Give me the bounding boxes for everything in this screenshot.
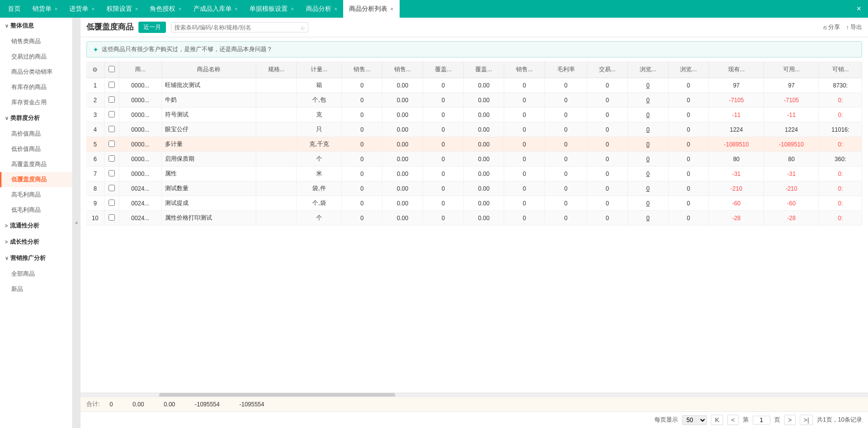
- nav-close-analysis-list[interactable]: ×: [390, 6, 393, 12]
- col-sales3[interactable]: 销售...: [504, 61, 545, 78]
- row-browse1[interactable]: 0: [627, 78, 668, 93]
- row-browse1[interactable]: 0: [627, 122, 668, 137]
- col-saleable[interactable]: 可销...: [819, 61, 862, 78]
- col-spec[interactable]: 规格...: [256, 61, 297, 78]
- sidebar-item-category-rate[interactable]: 商品分类动销率: [0, 64, 72, 80]
- col-code[interactable]: 商...: [119, 61, 162, 78]
- nav-role-auth[interactable]: 角色授权 ×: [144, 0, 187, 18]
- row-name: 符号测试: [162, 108, 256, 122]
- row-browse1[interactable]: 0: [627, 167, 668, 181]
- search-input[interactable]: [174, 24, 301, 31]
- sidebar-item-low-value[interactable]: 低价值商品: [0, 142, 72, 157]
- row-browse1[interactable]: 0: [627, 93, 668, 108]
- row-checkbox[interactable]: [108, 155, 115, 162]
- col-stock[interactable]: 现有...: [709, 61, 764, 78]
- row-checkbox[interactable]: [108, 214, 115, 221]
- select-all-checkbox[interactable]: [108, 66, 115, 72]
- sidebar-item-new-goods[interactable]: 新品: [0, 282, 72, 297]
- export-button[interactable]: ↑ 导出: [846, 23, 862, 31]
- col-name[interactable]: 商品名称: [162, 61, 256, 78]
- col-gross-rate[interactable]: 毛利率: [544, 61, 587, 78]
- row-check[interactable]: [104, 167, 119, 181]
- row-browse1[interactable]: 0: [627, 152, 668, 167]
- row-s3: 0: [504, 181, 545, 196]
- row-unit: 袋,件: [297, 181, 342, 196]
- nav-close-role[interactable]: ×: [178, 6, 181, 12]
- sidebar-item-high-value[interactable]: 高价值商品: [0, 126, 72, 142]
- sidebar-item-all-goods[interactable]: 全部商品: [0, 266, 72, 282]
- sidebar-item-inventory-funds[interactable]: 库存资金占用: [0, 95, 72, 110]
- row-browse1[interactable]: 0: [627, 181, 668, 196]
- row-check[interactable]: [104, 152, 119, 167]
- next-page-button[interactable]: >: [784, 415, 796, 425]
- col-sales2[interactable]: 销售...: [382, 61, 423, 78]
- row-checkbox[interactable]: [108, 111, 115, 117]
- row-checkbox[interactable]: [108, 200, 115, 206]
- time-filter-button[interactable]: 近一月: [138, 22, 166, 33]
- row-checkbox[interactable]: [108, 126, 115, 132]
- nav-analysis[interactable]: 商品分析 ×: [300, 0, 343, 18]
- nav-close-template[interactable]: ×: [291, 6, 294, 12]
- row-check[interactable]: [104, 78, 119, 93]
- col-unit[interactable]: 计量...: [297, 61, 342, 78]
- sidebar-item-high-margin[interactable]: 高毛利商品: [0, 187, 72, 202]
- col-coverage2[interactable]: 覆盖...: [463, 61, 504, 78]
- row-check[interactable]: [104, 181, 119, 196]
- sidebar-section-growth[interactable]: > 成长性分析: [0, 234, 72, 250]
- nav-template[interactable]: 单据模板设置 ×: [244, 0, 299, 18]
- sidebar-collapse-button[interactable]: «: [73, 18, 81, 428]
- nav-close-permissions[interactable]: ×: [135, 6, 138, 12]
- row-checkbox[interactable]: [108, 141, 115, 147]
- first-page-button[interactable]: K: [711, 415, 723, 425]
- nav-analysis-list[interactable]: 商品分析列表 ×: [343, 0, 399, 18]
- nav-home[interactable]: 首页: [2, 0, 27, 18]
- share-button[interactable]: ⎋ 分享: [823, 23, 840, 31]
- row-c2: 0.00: [463, 137, 504, 152]
- row-checkbox[interactable]: [108, 96, 115, 103]
- sidebar-section-group-analysis[interactable]: ∨ 类群度分析: [0, 110, 72, 126]
- nav-close-all-button[interactable]: ×: [852, 4, 866, 13]
- nav-permissions[interactable]: 权限设置 ×: [101, 0, 144, 18]
- horizontal-scrollbar[interactable]: [81, 393, 868, 397]
- per-page-select[interactable]: 50 20 100 200: [682, 415, 707, 425]
- col-trade[interactable]: 交易...: [587, 61, 628, 78]
- row-checkbox[interactable]: [108, 170, 115, 176]
- nav-sales[interactable]: 销货单 ×: [27, 0, 63, 18]
- col-browse1[interactable]: 浏览...: [627, 61, 668, 78]
- sidebar-item-traded-goods[interactable]: 交易过的商品: [0, 49, 72, 64]
- sidebar-item-high-coverage[interactable]: 高覆盖度商品: [0, 157, 72, 172]
- row-check[interactable]: [104, 93, 119, 108]
- page-number-input[interactable]: [753, 416, 770, 425]
- row-check[interactable]: [104, 196, 119, 211]
- row-browse1[interactable]: 0: [627, 137, 668, 152]
- row-checkbox[interactable]: [108, 185, 115, 191]
- nav-close-purchase[interactable]: ×: [91, 6, 94, 12]
- sidebar-section-liquidity[interactable]: > 流通性分析: [0, 218, 72, 234]
- row-check[interactable]: [104, 122, 119, 137]
- col-coverage1[interactable]: 覆盖...: [423, 61, 463, 78]
- row-browse1[interactable]: 0: [627, 108, 668, 122]
- row-browse1[interactable]: 0: [627, 211, 668, 226]
- row-check[interactable]: [104, 108, 119, 122]
- last-page-button[interactable]: >|: [800, 415, 813, 425]
- sidebar-section-marketing[interactable]: ∨ 营销推广分析: [0, 250, 72, 266]
- nav-purchase[interactable]: 进货单 ×: [63, 0, 100, 18]
- nav-close-sales[interactable]: ×: [54, 6, 57, 12]
- sidebar-section-overview[interactable]: ∨ 整体信息: [0, 18, 72, 34]
- nav-close-production[interactable]: ×: [235, 6, 238, 12]
- sidebar-item-in-stock[interactable]: 有库存的商品: [0, 80, 72, 95]
- prev-page-button[interactable]: <: [727, 415, 739, 425]
- sidebar-item-sales-goods[interactable]: 销售类商品: [0, 34, 72, 49]
- row-check[interactable]: [104, 137, 119, 152]
- col-available[interactable]: 可用...: [764, 61, 819, 78]
- nav-production[interactable]: 产成品入库单 ×: [188, 0, 244, 18]
- col-sales1[interactable]: 销售...: [342, 61, 382, 78]
- col-settings[interactable]: ⚙: [86, 61, 104, 78]
- sidebar-item-low-margin[interactable]: 低毛利商品: [0, 202, 72, 218]
- nav-close-analysis[interactable]: ×: [334, 6, 337, 12]
- row-browse1[interactable]: 0: [627, 196, 668, 211]
- col-browse2[interactable]: 浏览...: [668, 61, 709, 78]
- row-check[interactable]: [104, 211, 119, 226]
- sidebar-item-low-coverage[interactable]: 低覆盖度商品: [0, 172, 72, 187]
- row-checkbox[interactable]: [108, 82, 115, 88]
